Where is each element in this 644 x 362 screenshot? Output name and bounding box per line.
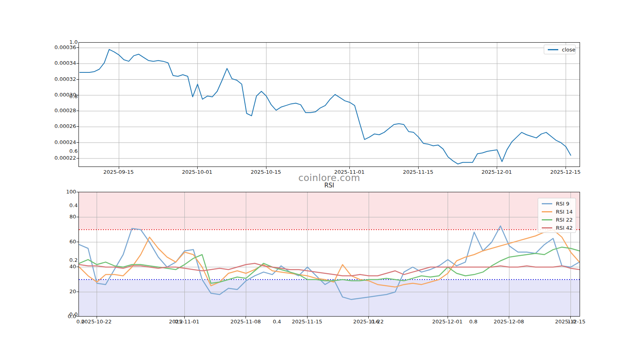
rsi-14-series — [79, 230, 580, 287]
stray-bottom-axis-label: 0.0 — [68, 319, 93, 325]
rsi-y-tick-label: 20 — [20, 288, 76, 295]
price-y-tick-label: 0.00024 — [20, 139, 76, 146]
price-y-tick-mark — [76, 47, 78, 48]
stray-left-axis-label: 0.8 — [21, 93, 78, 100]
overbought-band — [79, 192, 580, 230]
price-y-tick-label: 0.00034 — [20, 60, 76, 66]
rsi-22-swatch — [542, 219, 552, 220]
price-y-tick-label: 0.00028 — [20, 107, 76, 114]
rsi-x-tick-mark — [448, 317, 448, 319]
rsi-legend-row: RSI 9 — [538, 200, 576, 208]
rsi-legend-label: RSI 14 — [556, 209, 573, 215]
rsi-legend: RSI 9RSI 14RSI 22RSI 42 — [538, 198, 576, 233]
rsi-y-tick-label: 80 — [20, 214, 76, 220]
price-x-tick-mark — [349, 167, 350, 169]
rsi-y-tick-mark — [76, 192, 78, 192]
rsi-x-tick-label: 2025-11-08 — [221, 319, 270, 325]
stray-bottom-axis-label: 0.2 — [167, 319, 191, 325]
rsi-legend-row: RSI 14 — [538, 208, 576, 216]
price-y-tick-label: 0.00022 — [20, 155, 76, 161]
price-chart-svg — [79, 43, 580, 167]
rsi-x-tick-label: 2025-11-15 — [283, 319, 331, 325]
rsi-x-tick-mark — [307, 317, 308, 319]
price-y-tick-mark — [76, 126, 78, 127]
rsi-x-tick-label: 2025-12-08 — [485, 319, 533, 325]
rsi-42-swatch — [542, 227, 552, 228]
rsi-chart-plot-area — [78, 192, 580, 317]
price-legend: close — [544, 45, 576, 54]
price-x-tick-mark — [497, 167, 497, 169]
rsi-9-swatch — [542, 203, 552, 204]
price-x-tick-label: 2025-10-15 — [242, 169, 290, 175]
price-legend-row: close — [544, 45, 575, 54]
close-line-swatch — [548, 49, 558, 50]
rsi-14-swatch — [542, 211, 552, 212]
price-y-tick-label: 0.00032 — [20, 76, 76, 82]
rsi-legend-row: RSI 42 — [538, 224, 576, 232]
oversold-band — [79, 280, 580, 316]
rsi-y-tick-label: 40 — [20, 263, 76, 270]
price-y-tick-mark — [76, 79, 78, 80]
price-x-tick-label: 2025-10-01 — [173, 169, 221, 175]
rsi-legend-label: RSI 42 — [556, 225, 573, 231]
stray-left-axis-label: 0.0 — [21, 311, 78, 318]
price-x-tick-label: 2025-09-15 — [95, 169, 143, 175]
price-x-tick-label: 2025-12-15 — [541, 169, 590, 175]
stray-left-axis-label: 1.0 — [21, 39, 78, 45]
price-y-tick-mark — [76, 111, 78, 111]
price-chart-plot-area — [78, 42, 580, 167]
price-x-tick-mark — [266, 167, 266, 169]
price-x-tick-mark — [418, 167, 419, 169]
stray-left-axis-label: 0.4 — [21, 202, 78, 209]
price-x-tick-mark — [197, 167, 198, 169]
rsi-y-tick-mark — [76, 242, 78, 242]
stray-bottom-axis-label: 1.0 — [559, 319, 584, 325]
rsi-y-tick-mark — [76, 217, 78, 217]
price-x-tick-label: 2025-12-01 — [473, 169, 521, 175]
rsi-y-tick-mark — [76, 292, 78, 292]
stray-bottom-axis-label: 0.8 — [461, 319, 485, 325]
rsi-22-series — [79, 247, 580, 283]
rsi-chart-title: RSI — [78, 182, 580, 189]
rsi-legend-label: RSI 22 — [556, 217, 573, 223]
stray-bottom-axis-label: 0.6 — [363, 319, 387, 325]
stray-left-axis-label: 0.2 — [21, 257, 78, 263]
price-x-tick-mark — [119, 167, 119, 169]
rsi-x-tick-mark — [509, 317, 509, 319]
rsi-x-tick-mark — [246, 317, 246, 319]
price-y-tick-mark — [76, 63, 78, 64]
rsi-legend-label: RSI 9 — [556, 201, 570, 207]
price-x-tick-label: 2025-11-15 — [394, 169, 442, 175]
rsi-x-tick-mark — [97, 317, 97, 319]
price-y-tick-mark — [76, 158, 78, 158]
price-x-tick-label: 2025-11-01 — [325, 169, 374, 175]
rsi-42-series — [79, 263, 580, 276]
rsi-chart-svg — [79, 192, 580, 316]
rsi-y-tick-label: 100 — [20, 189, 76, 195]
figure-canvas: close coinlore.com RSI RSI 9RSI 14RSI 22… — [0, 0, 644, 362]
rsi-legend-row: RSI 22 — [538, 216, 576, 224]
rsi-y-tick-mark — [76, 267, 78, 267]
price-x-tick-mark — [566, 167, 566, 169]
price-legend-label: close — [562, 47, 575, 53]
rsi-y-tick-label: 60 — [20, 239, 76, 245]
stray-bottom-axis-label: 0.4 — [265, 319, 289, 325]
price-y-tick-label: 0.00026 — [20, 123, 76, 130]
price-y-tick-mark — [76, 142, 78, 143]
stray-left-axis-label: 0.6 — [21, 148, 78, 154]
